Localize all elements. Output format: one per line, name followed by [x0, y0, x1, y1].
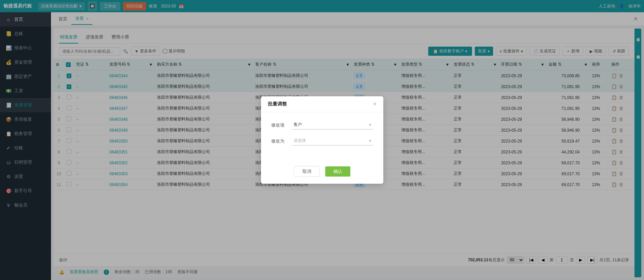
form-row-modify-to: 修改为 请选择 ▾ [271, 136, 373, 146]
form-row-modify-field: 修改项 客户 ▾ [271, 120, 373, 130]
batch-adjust-modal: 批量调整 × 修改项 客户 ▾ 修改为 请选择 ▾ [261, 96, 383, 184]
modify-field-label: 修改项 [271, 122, 292, 128]
modify-field-control: 客户 ▾ [292, 120, 373, 130]
modal-footer: 取消 确认 [261, 161, 383, 184]
modal-title: 批量调整 [268, 101, 287, 107]
modify-field-arrow-icon: ▾ [369, 122, 371, 127]
modify-to-control: 请选择 ▾ [292, 136, 373, 146]
modal-close-button[interactable]: × [373, 101, 376, 107]
modify-to-select[interactable]: 请选择 ▾ [292, 136, 373, 145]
confirm-button[interactable]: 确认 [325, 166, 350, 177]
modify-to-placeholder: 请选择 [294, 138, 306, 144]
modify-field-select[interactable]: 客户 ▾ [292, 120, 373, 129]
modify-field-value: 客户 [294, 122, 302, 128]
cancel-button[interactable]: 取消 [294, 166, 320, 177]
modify-to-arrow-icon: ▾ [369, 138, 371, 143]
modal-header: 批量调整 × [261, 96, 383, 112]
modify-to-label: 修改为 [271, 138, 292, 144]
modal-overlay: 批量调整 × 修改项 客户 ▾ 修改为 请选择 ▾ [0, 0, 644, 280]
modal-body: 修改项 客户 ▾ 修改为 请选择 ▾ [261, 112, 383, 161]
